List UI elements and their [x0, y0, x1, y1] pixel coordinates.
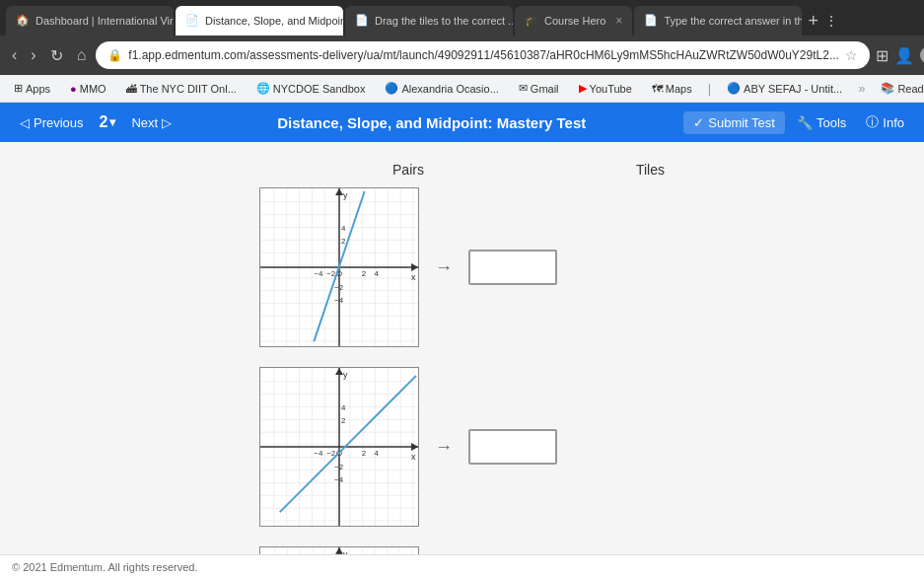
bookmark-alexandria[interactable]: 🔵 Alexandria Ocasio... — [379, 80, 504, 97]
x-arrow-2 — [411, 443, 418, 451]
answer-box-1[interactable] — [468, 250, 557, 285]
paused-button[interactable]: Paused — [920, 46, 924, 64]
bookmark-gmail[interactable]: ✉ Gmail — [513, 80, 565, 97]
bookmark-nycdoe[interactable]: 🌐 NYCDOE Sandbox — [250, 80, 372, 97]
submit-label: Submit Test — [708, 115, 775, 130]
previous-button[interactable]: ◁ Previous — [12, 111, 92, 134]
app-toolbar: ◁ Previous 2 ▾ Next ▷ Distance, Slope, a… — [0, 103, 924, 142]
graph-pair-2: x y 2 4 −4 −2 2 4 −2 −4 O — [259, 367, 557, 527]
tick-4-2: 4 — [375, 449, 380, 458]
reload-button[interactable]: ↻ — [46, 44, 67, 67]
x-arrow-1 — [411, 263, 418, 271]
bookmark-mmo[interactable]: ● MMO — [64, 81, 112, 97]
tab-menu-icon[interactable]: ⋮ — [824, 13, 838, 29]
main-content: Pairs — [0, 142, 924, 554]
toolbar-right: ✓ Submit Test 🔧 Tools ⓘ Info — [683, 109, 912, 135]
new-tab-button[interactable]: + — [808, 12, 818, 30]
extensions-icon[interactable]: ⊞ — [876, 46, 888, 65]
address-bar: ‹ › ↻ ⌂ 🔒 f1.app.edmentum.com/assessment… — [0, 36, 924, 75]
tab-type[interactable]: 📄 Type the correct answer in th... × — [634, 6, 802, 36]
bookmark-maps-label: Maps — [666, 83, 692, 95]
bookmarks-bar: ⊞ Apps ● MMO 🏙 The NYC DIIT Onl... 🌐 NYC… — [0, 75, 924, 103]
tile-area-2 — [636, 397, 665, 554]
bookmark-gmail-label: Gmail — [531, 83, 559, 95]
y-label-3: y — [343, 549, 348, 554]
tab-favicon-2: 📄 — [185, 14, 199, 28]
tick-n2-y-1: −2 — [334, 283, 343, 292]
tab-favicon-5: 📄 — [644, 14, 658, 28]
y-label-2: y — [343, 370, 348, 380]
pairs-list: x y 2 4 −4 −2 2 4 −2 −4 O — [259, 187, 557, 554]
tick-4-1: 4 — [375, 269, 380, 278]
secure-icon: 🔒 — [107, 48, 122, 62]
tab-label-4: Course Hero — [544, 15, 605, 27]
aby-icon: 🔵 — [727, 82, 741, 95]
tab-label-1: Dashboard | International Vir... — [36, 15, 174, 27]
next-button[interactable]: Next ▷ — [123, 111, 179, 134]
bookmark-star-icon[interactable]: ☆ — [845, 47, 858, 63]
tab-favicon-4: 🎓 — [525, 14, 538, 28]
back-button[interactable]: ‹ — [8, 44, 21, 66]
mmo-icon: ● — [70, 83, 77, 95]
bookmark-nyc[interactable]: 🏙 The NYC DIIT Onl... — [120, 81, 243, 97]
bookmark-nycdoe-label: NYCDOE Sandbox — [273, 83, 366, 95]
nycdoe-icon: 🌐 — [256, 82, 270, 95]
tools-button[interactable]: 🔧 Tools — [789, 111, 854, 134]
info-button[interactable]: ⓘ Info — [858, 109, 912, 135]
bookmark-apps[interactable]: ⊞ Apps — [8, 80, 56, 97]
tab-favicon-3: 📄 — [355, 14, 369, 28]
tab-label-3: Drag the tiles to the correct ... — [375, 15, 513, 27]
home-button[interactable]: ⌂ — [73, 44, 91, 66]
forward-button[interactable]: › — [27, 44, 39, 66]
apps-icon: ⊞ — [14, 82, 23, 95]
tile-area-1 — [636, 217, 665, 377]
tick-2-y-2: 2 — [341, 416, 345, 425]
tab-dashboard[interactable]: 🏠 Dashboard | International Vir... × — [6, 6, 174, 36]
content-area: Pairs — [0, 142, 924, 554]
answer-box-2[interactable] — [468, 429, 557, 465]
footer: © 2021 Edmentum. All rights reserved. — [0, 554, 924, 578]
bookmark-aby[interactable]: 🔵 ABY SEFAJ - Untit... — [721, 80, 848, 97]
tiles-list — [636, 187, 665, 554]
readinglist-icon: 📚 — [881, 82, 894, 95]
tick-2-1: 2 — [362, 269, 366, 278]
youtube-icon: ▶ — [579, 82, 587, 95]
bookmark-mmo-label: MMO — [80, 83, 107, 95]
tick-2-y-1: 2 — [341, 237, 345, 246]
tick-n4-y-1: −4 — [334, 296, 344, 305]
tick-2-2: 2 — [362, 449, 366, 458]
tick-n4-2: −4 — [314, 449, 323, 458]
bookmark-readinglist[interactable]: 📚 Reading List — [875, 80, 924, 97]
graph-1: x y 2 4 −4 −2 2 4 −2 −4 O — [259, 187, 419, 347]
alexandria-icon: 🔵 — [385, 82, 398, 95]
profile-icon[interactable]: 👤 — [894, 46, 914, 65]
y-label-1: y — [343, 190, 348, 200]
url-bar[interactable]: 🔒 f1.app.edmentum.com/assessments-delive… — [96, 41, 870, 69]
bookmark-youtube[interactable]: ▶ YouTube — [573, 80, 638, 97]
next-label: Next — [131, 115, 158, 130]
tab-favicon-1: 🏠 — [16, 14, 30, 28]
previous-icon: ◁ — [20, 115, 30, 130]
next-icon: ▷ — [162, 115, 172, 130]
bookmark-aby-label: ABY SEFAJ - Untit... — [744, 83, 842, 95]
tab-coursehero[interactable]: 🎓 Course Hero × — [515, 6, 632, 36]
graph-pair-3: y — [259, 546, 557, 554]
previous-label: Previous — [34, 115, 84, 130]
tab-active[interactable]: 📄 Distance, Slope, and Midpoin... × — [176, 6, 343, 36]
bookmark-nyc-label: The NYC DIIT Onl... — [140, 83, 237, 95]
bookmark-maps[interactable]: 🗺 Maps — [646, 81, 698, 97]
info-label: Info — [883, 115, 904, 130]
tick-n2-1: −2 — [326, 269, 335, 278]
tick-n2-y-2: −2 — [334, 463, 343, 471]
tick-n2-2: −2 — [326, 449, 335, 458]
chevron-down-icon[interactable]: ▾ — [109, 115, 115, 129]
graph-pair-1: x y 2 4 −4 −2 2 4 −2 −4 O — [259, 187, 557, 347]
pairs-column: Pairs — [259, 162, 557, 554]
arrow-connector-1: → — [435, 257, 453, 278]
tools-label: Tools — [817, 115, 846, 130]
separator: | — [708, 81, 711, 96]
tab-drag[interactable]: 📄 Drag the tiles to the correct ... × — [345, 6, 513, 36]
submit-test-button[interactable]: ✓ Submit Test — [683, 111, 785, 134]
tab-close-4[interactable]: × — [615, 14, 622, 28]
tab-label-2: Distance, Slope, and Midpoin... — [205, 15, 343, 27]
